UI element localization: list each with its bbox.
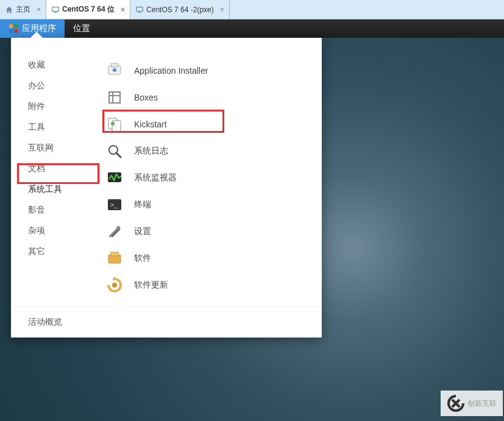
app-system-monitor[interactable]: 系统监视器 [102,165,322,191]
tab-centos-1[interactable]: CentOS 7 64 位 × [46,0,130,19]
kickstart-icon [106,116,123,133]
app-label: 系统监视器 [134,172,177,183]
app-settings[interactable]: 设置 [102,218,322,245]
svg-rect-11 [109,92,120,103]
applications-icon [9,24,18,34]
app-label: 系统日志 [134,146,168,157]
svg-rect-2 [137,7,143,11]
app-software[interactable]: 软件 [102,245,322,272]
tab-label: CentOS 7 64 位 [62,4,115,15]
category-sound-video[interactable]: 影音 [28,200,102,221]
svg-rect-26 [111,252,118,256]
system-log-icon [106,143,123,160]
vm-icon [135,5,144,14]
app-label: Boxes [134,93,158,102]
svg-rect-1 [54,12,57,12]
svg-point-10 [113,68,116,72]
svg-rect-0 [52,7,59,11]
tab-home[interactable]: 主页 × [0,0,46,19]
tab-close-icon[interactable]: × [37,5,41,14]
app-label: 设置 [134,226,151,237]
app-label: Application Installer [134,66,208,76]
tab-label: CentOS 7 64 -2(pxe) [146,5,214,14]
vm-icon [51,5,60,14]
app-application-installer[interactable]: Application Installer [102,57,322,84]
activities-overview[interactable]: 活动概览 [11,306,322,338]
terminal-icon: >_ [106,196,123,213]
category-documentation[interactable]: 文档 [28,158,102,179]
application-list: Application Installer Boxes Kickstart 系统… [102,55,322,306]
app-system-log[interactable]: 系统日志 [102,138,322,165]
svg-rect-6 [9,29,13,33]
category-sundry[interactable]: 杂项 [28,221,102,241]
svg-rect-7 [14,29,18,33]
app-boxes[interactable]: Boxes [102,84,322,111]
svg-rect-4 [9,24,13,28]
boxes-icon [106,89,123,106]
app-label: 终端 [134,199,151,210]
svg-point-24 [116,226,120,230]
svg-line-18 [116,153,121,157]
category-other[interactable]: 其它 [28,241,102,262]
svg-point-28 [112,283,117,288]
settings-icon [106,223,123,240]
category-system-tools[interactable]: 系统工具 [28,179,102,200]
tab-label: 主页 [16,4,30,15]
tab-centos-2[interactable]: CentOS 7 64 -2(pxe) × [130,0,230,19]
applications-dropdown: 收藏 办公 附件 工具 互联网 文档 系统工具 影音 杂项 其它 Applica… [11,38,322,338]
category-accessories[interactable]: 附件 [28,96,102,117]
system-monitor-icon [106,169,123,186]
software-icon [106,250,123,267]
app-terminal[interactable]: >_ 终端 [102,191,322,218]
applications-menu-body: 收藏 办公 附件 工具 互联网 文档 系统工具 影音 杂项 其它 Applica… [11,38,322,306]
category-tools[interactable]: 工具 [28,117,102,138]
home-icon [5,5,13,14]
app-software-update[interactable]: 软件更新 [102,272,322,299]
tab-bar: 主页 × CentOS 7 64 位 × CentOS 7 64 -2(pxe)… [0,0,504,19]
watermark: 创新互联 [441,391,503,416]
tab-close-icon[interactable]: × [121,5,125,14]
software-update-icon [106,277,123,294]
category-internet[interactable]: 互联网 [28,138,102,158]
watermark-text: 创新互联 [467,398,497,409]
places-menu-button[interactable]: 位置 [65,19,99,38]
svg-rect-3 [138,12,141,12]
gnome-top-panel: 应用程序 位置 [0,19,504,38]
app-label: 软件 [134,253,151,264]
application-installer-icon [106,62,123,79]
svg-rect-9 [111,63,118,67]
watermark-logo-icon [447,394,465,412]
svg-text:>_: >_ [110,202,118,208]
places-label: 位置 [73,23,90,34]
category-office[interactable]: 办公 [28,76,102,96]
svg-rect-5 [14,24,18,28]
app-label: Kickstart [134,119,167,129]
app-label: 软件更新 [134,280,168,291]
category-favorites[interactable]: 收藏 [28,55,102,76]
category-list: 收藏 办公 附件 工具 互联网 文档 系统工具 影音 杂项 其它 [11,55,102,306]
app-kickstart[interactable]: Kickstart [102,111,322,138]
tab-close-icon[interactable]: × [220,5,224,14]
svg-point-16 [111,122,115,126]
